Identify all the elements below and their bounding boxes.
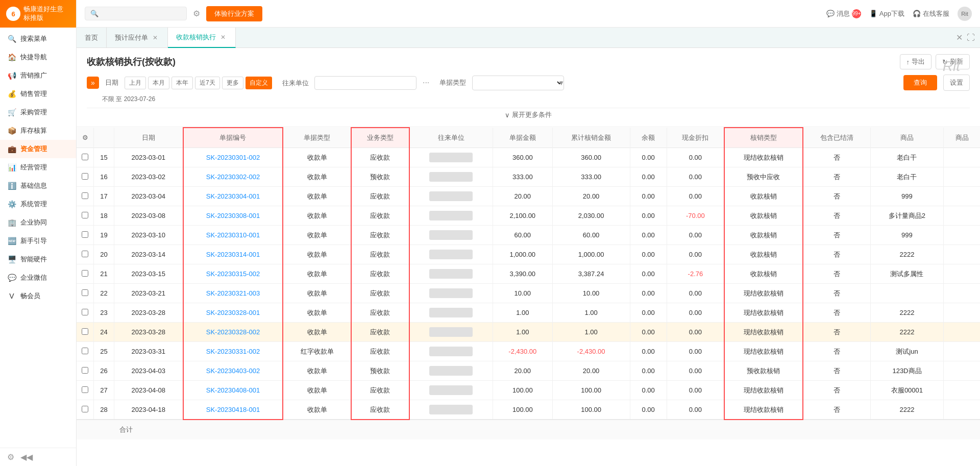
sidebar-item-shortcut[interactable]: 🏠快捷导航 bbox=[0, 48, 76, 66]
td-checkbox[interactable] bbox=[77, 187, 94, 206]
partner-input[interactable] bbox=[314, 76, 416, 90]
sidebar-item-enterprise[interactable]: 🏢企业协同 bbox=[0, 213, 76, 232]
td-checkbox[interactable] bbox=[77, 361, 94, 381]
sidebar-item-wechat[interactable]: 💬企业微信 bbox=[0, 268, 76, 287]
tab-close-all-icon[interactable]: ✕ bbox=[956, 33, 963, 42]
tab-close-collection[interactable]: ✕ bbox=[219, 33, 227, 41]
app-download-item[interactable]: 📱 App下载 bbox=[869, 9, 904, 18]
td-checkbox[interactable] bbox=[77, 323, 94, 342]
td-checkbox[interactable] bbox=[77, 226, 94, 245]
td-product2 bbox=[944, 284, 980, 303]
sidebar-item-marketing[interactable]: 📢营销推广 bbox=[0, 66, 76, 85]
customer-service-item[interactable]: 🎧 在线客服 bbox=[913, 9, 949, 18]
tab-home[interactable]: 首页 bbox=[77, 28, 107, 48]
expand-more-button[interactable]: ∨ 展开更多条件 bbox=[87, 108, 970, 121]
settings-gear-icon[interactable]: ⚙ bbox=[193, 9, 200, 18]
settings-icon[interactable]: ⚙ bbox=[7, 452, 14, 462]
date-btn-this-year[interactable]: 本年 bbox=[172, 77, 193, 89]
date-btn-7days[interactable]: 近7天 bbox=[195, 77, 220, 89]
td-checkbox[interactable] bbox=[77, 342, 94, 361]
doc-no-link[interactable]: SK-20230418-001 bbox=[206, 406, 260, 413]
row-checkbox[interactable] bbox=[82, 309, 88, 315]
th-balance: 余额 bbox=[630, 128, 667, 148]
hardware-icon: 🖥️ bbox=[7, 255, 16, 263]
td-product: 测试多属性 bbox=[870, 264, 943, 284]
sidebar-item-inventory[interactable]: 📦库存核算 bbox=[0, 121, 76, 140]
collapse-icon[interactable]: ◀◀ bbox=[20, 452, 33, 462]
doc-no-link[interactable]: SK-20230308-001 bbox=[206, 212, 260, 219]
doc-no-link[interactable]: SK-20230315-002 bbox=[206, 270, 260, 278]
sidebar-item-hardware[interactable]: 🖥️智能硬件 bbox=[0, 250, 76, 268]
date-btn-last-month[interactable]: 上月 bbox=[125, 77, 146, 89]
td-checkbox[interactable] bbox=[77, 381, 94, 400]
solution-button[interactable]: 体验行业方案 bbox=[206, 6, 262, 21]
td-index: 24 bbox=[94, 323, 114, 342]
date-btn-this-month[interactable]: 本月 bbox=[148, 77, 169, 89]
td-checkbox[interactable] bbox=[77, 284, 94, 303]
sidebar-item-operation[interactable]: 📊经营管理 bbox=[0, 158, 76, 177]
doc-no-link[interactable]: SK-20230328-002 bbox=[206, 328, 260, 336]
td-biz-type: 应收款 bbox=[351, 226, 409, 245]
doc-no-link[interactable]: SK-20230302-002 bbox=[206, 173, 260, 181]
row-checkbox[interactable] bbox=[82, 289, 88, 296]
sidebar-item-finance[interactable]: 💼资金管理 bbox=[0, 140, 76, 158]
row-checkbox[interactable] bbox=[82, 367, 88, 374]
rit-watermark: Rit bbox=[943, 58, 960, 75]
td-checkbox[interactable] bbox=[77, 303, 94, 323]
sidebar-item-system[interactable]: ⚙️系统管理 bbox=[0, 195, 76, 213]
row-checkbox[interactable] bbox=[82, 251, 88, 257]
sidebar-item-purchase[interactable]: 🛒采购管理 bbox=[0, 103, 76, 121]
row-checkbox[interactable] bbox=[82, 212, 88, 218]
td-doc-no: SK-20230302-002 bbox=[183, 167, 283, 187]
doc-no-link[interactable]: SK-20230314-001 bbox=[206, 251, 260, 258]
date-btn-custom[interactable]: 自定义 bbox=[246, 77, 272, 89]
doc-no-link[interactable]: SK-20230408-001 bbox=[206, 386, 260, 394]
sidebar-item-basic[interactable]: ℹ️基础信息 bbox=[0, 177, 76, 195]
td-include-settled: 否 bbox=[803, 303, 871, 323]
row-checkbox[interactable] bbox=[82, 386, 88, 393]
row-checkbox[interactable] bbox=[82, 270, 88, 277]
sidebar-item-member[interactable]: V畅会员 bbox=[0, 287, 76, 305]
row-checkbox[interactable] bbox=[82, 348, 88, 354]
td-checkbox[interactable] bbox=[77, 264, 94, 284]
doc-no-link[interactable]: SK-20230310-001 bbox=[206, 231, 260, 239]
doc-no-link[interactable]: SK-20230403-002 bbox=[206, 367, 260, 375]
filter-toggle-button[interactable]: » bbox=[87, 77, 99, 89]
doc-no-link[interactable]: SK-20230328-001 bbox=[206, 309, 260, 316]
user-avatar[interactable]: Rit bbox=[958, 7, 972, 21]
td-partner bbox=[409, 284, 493, 303]
td-checkbox[interactable] bbox=[77, 206, 94, 226]
row-checkbox[interactable] bbox=[82, 328, 88, 335]
td-checkbox[interactable] bbox=[77, 400, 94, 420]
sidebar-footer: ⚙ ◀◀ bbox=[0, 448, 76, 466]
row-checkbox[interactable] bbox=[82, 173, 88, 180]
tab-close-prepay[interactable]: ✕ bbox=[151, 34, 159, 42]
notification-item[interactable]: 💬 消息 99+ bbox=[826, 9, 861, 18]
row-checkbox[interactable] bbox=[82, 231, 88, 238]
query-button[interactable]: 查询 bbox=[903, 75, 937, 90]
doc-type-select[interactable] bbox=[472, 76, 564, 90]
doc-no-link[interactable]: SK-20230321-003 bbox=[206, 289, 260, 297]
th-settings[interactable]: ⚙ bbox=[77, 128, 94, 148]
td-doc-no: SK-20230304-001 bbox=[183, 187, 283, 206]
sidebar-item-search[interactable]: 🔍搜索菜单 bbox=[0, 30, 76, 48]
td-cumulative: -2,430.00 bbox=[552, 342, 630, 361]
td-checkbox[interactable] bbox=[77, 245, 94, 264]
tab-collection[interactable]: 收款核销执行 ✕ bbox=[168, 28, 236, 48]
doc-no-link[interactable]: SK-20230301-002 bbox=[206, 154, 260, 161]
td-checkbox[interactable] bbox=[77, 148, 94, 167]
doc-no-link[interactable]: SK-20230304-001 bbox=[206, 192, 260, 200]
td-checkbox[interactable] bbox=[77, 167, 94, 187]
sidebar-item-sales[interactable]: 💰销售管理 bbox=[0, 85, 76, 103]
row-checkbox[interactable] bbox=[82, 192, 88, 199]
tab-expand-icon[interactable]: ⛶ bbox=[967, 33, 975, 42]
date-btn-more[interactable]: 更多 bbox=[222, 77, 243, 89]
topbar-search[interactable]: 🔍 bbox=[85, 7, 187, 20]
sidebar-item-guide[interactable]: 🆕新手引导 bbox=[0, 232, 76, 250]
doc-no-link[interactable]: SK-20230331-002 bbox=[206, 348, 260, 355]
row-checkbox[interactable] bbox=[82, 154, 88, 160]
tab-prepay[interactable]: 预计应付单 ✕ bbox=[107, 28, 168, 48]
settings-button[interactable]: 设置 bbox=[943, 75, 970, 91]
export-button[interactable]: ↑ 导出 bbox=[900, 54, 932, 69]
row-checkbox[interactable] bbox=[82, 406, 88, 412]
